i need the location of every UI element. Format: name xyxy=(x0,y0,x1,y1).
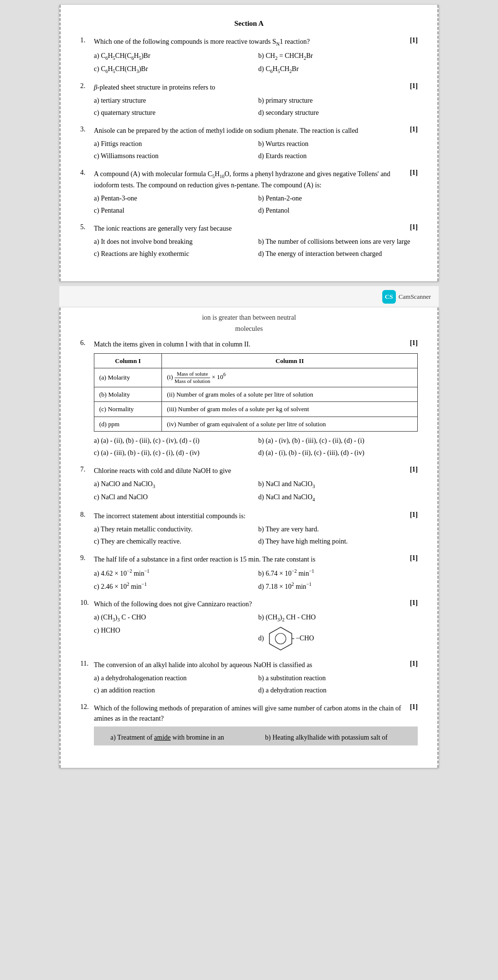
option-item: a) (CH3)3 C - CHO xyxy=(94,612,253,623)
option-item: c) an addition reaction xyxy=(94,685,253,695)
table-row: (a) Molarity xyxy=(94,368,162,387)
question-10: 10. Which of the following does not give… xyxy=(80,599,418,652)
option-item: a) It does not involve bond breaking xyxy=(94,236,253,247)
option-item: c) C6H5CH(CH3)Br xyxy=(94,64,253,75)
option-item: c) Williamsons reaction xyxy=(94,151,253,161)
q6-num: 6. xyxy=(80,339,94,347)
q8-text: The incorrect statement about interstiti… xyxy=(94,511,405,521)
q6-text: Match the items given in column I with t… xyxy=(94,339,405,349)
page-2: ion is greater than between neutralmolec… xyxy=(59,308,439,768)
q4-text: A compound (A) with molecular formula C5… xyxy=(94,169,405,190)
option-item: c) 2.46 × 102 min−1 xyxy=(94,581,253,592)
q4-options: a) Pentan-3-one b) Pentan-2-one c) Penta… xyxy=(94,193,418,216)
table-row: (c) Normality xyxy=(94,402,162,417)
table-row: (i) Mass of soluteMass of solution × 106 xyxy=(162,368,418,387)
option-item: b) They are very hard. xyxy=(258,524,418,534)
question-8: 8. The incorrect statement about interst… xyxy=(80,511,418,546)
table-row: (iv) Number of gram equivalent of a solu… xyxy=(162,417,418,432)
continuation-text: ion is greater than between neutralmolec… xyxy=(80,312,418,334)
question-12: 12. Which of the following methods of pr… xyxy=(80,703,418,745)
option-item: a) Fittigs reaction xyxy=(94,139,253,149)
q2-text: β-pleated sheet structure in proteins re… xyxy=(94,82,405,92)
option-item: a) (a) - (ii), (b) - (iii), (c) - (iv), … xyxy=(94,436,253,446)
question-11: 11. The conversion of an alkyl halide in… xyxy=(80,660,418,695)
q8-num: 8. xyxy=(80,511,94,519)
table-row: (d) ppm xyxy=(94,417,162,432)
option-item: c) HCHO xyxy=(94,625,253,652)
col2-header: Column II xyxy=(162,353,418,368)
q6-options: a) (a) - (ii), (b) - (iii), (c) - (iv), … xyxy=(94,436,418,458)
option-item: b) CH2 = CHCH2Br xyxy=(258,51,418,62)
option-item: a) a dehydrohalogenation reaction xyxy=(94,673,253,683)
camscanner-label: CamScanner xyxy=(399,293,431,301)
q11-text: The conversion of an alkyl halide into a… xyxy=(94,660,405,670)
q12-marks: [1] xyxy=(410,703,418,711)
option-item: d) secondary structure xyxy=(258,108,418,118)
option-item: d) −CHO xyxy=(258,625,418,652)
q3-num: 3. xyxy=(80,126,94,133)
option-item: c) Reactions are highly exothermic xyxy=(94,249,253,259)
svg-point-1 xyxy=(275,634,286,644)
question-6: 6. Match the items given in column I wit… xyxy=(80,339,418,458)
q7-marks: [1] xyxy=(410,466,418,473)
q1-num: 1. xyxy=(80,36,94,44)
section-title: Section A xyxy=(80,19,418,28)
option-item: b) Heating alkylhalide with potassium sa… xyxy=(265,732,415,743)
q3-text: Anisole can be prepared by the action of… xyxy=(94,126,405,136)
q5-marks: [1] xyxy=(410,223,418,231)
option-item: c) Pentanal xyxy=(94,205,253,216)
option-item: d) Pentanol xyxy=(258,205,418,216)
q1-marks: [1] xyxy=(410,36,418,44)
option-item: d) (a) - (i), (b) - (ii), (c) - (iii), (… xyxy=(258,448,418,458)
q8-marks: [1] xyxy=(410,511,418,519)
table-row: (iii) Number of gram moles of a solute p… xyxy=(162,402,418,417)
camscanner-logo: CS CamScanner xyxy=(382,290,431,304)
q6-marks: [1] xyxy=(410,339,418,347)
q11-marks: [1] xyxy=(410,660,418,668)
q3-marks: [1] xyxy=(410,126,418,133)
option-item: b) Pentan-2-one xyxy=(258,193,418,203)
option-item: d) 7.18 × 102 min−1 xyxy=(258,581,418,592)
table-row: (ii) Number of gram moles of a solute pe… xyxy=(162,387,418,402)
col1-header: Column I xyxy=(94,353,162,368)
match-table: Column I Column II (a) Molarity (i) Mass… xyxy=(94,353,418,432)
table-row: (b) Molality xyxy=(94,387,162,402)
q3-options: a) Fittigs reaction b) Wurtzs reaction c… xyxy=(94,139,418,161)
option-item: c) They are chemically reactive. xyxy=(94,536,253,546)
option-item: c) quaternary structure xyxy=(94,108,253,118)
q5-options: a) It does not involve bond breaking b) … xyxy=(94,236,418,259)
q12-num: 12. xyxy=(80,703,94,711)
option-item: a) NaClO and NaClO3 xyxy=(94,479,253,490)
q9-num: 9. xyxy=(80,554,94,562)
q8-options: a) They retain metallic conductivity. b)… xyxy=(94,524,418,546)
q10-options: a) (CH3)3 C - CHO b) (CH3)2 CH - CHO c) … xyxy=(94,612,418,652)
q10-text: Which of the following does not give Can… xyxy=(94,599,405,609)
question-3: 3. Anisole can be prepared by the action… xyxy=(80,126,418,161)
option-item: b) (CH3)2 CH - CHO xyxy=(258,612,418,623)
option-item: b) The number of collisions between ions… xyxy=(258,236,418,247)
option-item: d) The energy of interaction between cha… xyxy=(258,249,418,259)
question-5: 5. The ionic reactions are generally ver… xyxy=(80,223,418,259)
option-item: a) They retain metallic conductivity. xyxy=(94,524,253,534)
option-item: c) (a) - (iii), (b) - (ii), (c) - (i), (… xyxy=(94,448,253,458)
q2-options: a) tertiary structure b) primary structu… xyxy=(94,95,418,118)
q7-text: Chlorine reacts with cold and dilute NaO… xyxy=(94,466,405,476)
option-item: a) tertiary structure xyxy=(94,95,253,106)
option-item: d) a dehydration reaction xyxy=(258,685,418,695)
option-item: b) primary structure xyxy=(258,95,418,106)
q4-marks: [1] xyxy=(410,169,418,177)
option-item: b) a substitution reaction xyxy=(258,673,418,683)
q9-options: a) 4.62 × 10−2 min−1 b) 6.74 × 10−2 min−… xyxy=(94,567,418,591)
question-1: 1. Which one of the following compounds … xyxy=(80,36,418,74)
benzene-ring-svg xyxy=(267,625,294,652)
q10-num: 10. xyxy=(80,599,94,607)
page-1: Section A 1. Which one of the following … xyxy=(59,5,439,281)
q11-num: 11. xyxy=(80,660,94,668)
q4-num: 4. xyxy=(80,169,94,177)
q7-num: 7. xyxy=(80,466,94,473)
q12-text: Which of the following methods of prepar… xyxy=(94,703,405,724)
option-item: a) Treatment of amide with bromine in an xyxy=(110,732,260,743)
question-9: 9. The half life of a substance in a fir… xyxy=(80,554,418,591)
q9-text: The half life of a substance in a first … xyxy=(94,554,405,564)
option-item: b) (a) - (iv), (b) - (iii), (c) - (ii), … xyxy=(258,436,418,446)
